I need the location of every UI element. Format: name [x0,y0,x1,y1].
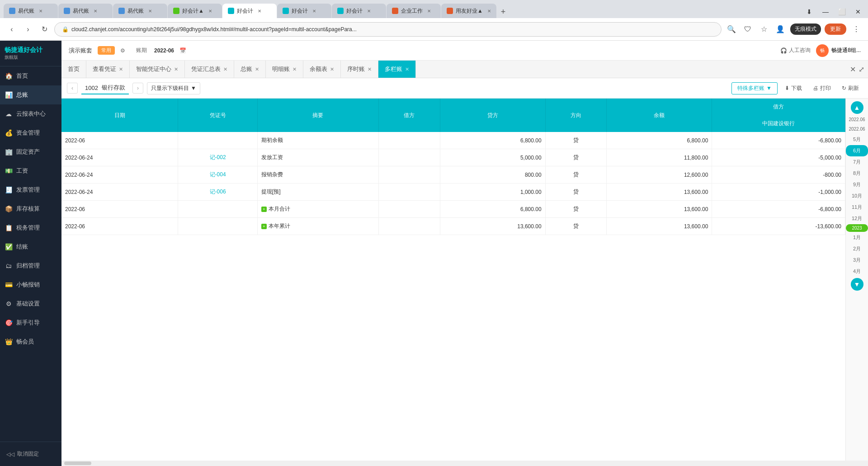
tab-voucher-summary[interactable]: 凭证汇总表 ✕ [185,61,234,78]
tab-close-icon[interactable]: ✕ [312,9,316,14]
cell-voucher[interactable]: 记-006 [178,184,258,201]
url-input[interactable]: 🔒 cloud2.chanjet.com/accounting/uh26t264… [54,22,722,37]
reload-button[interactable]: ↻ [38,23,51,36]
sidebar-item-inventory[interactable]: 📦 库存核算 [0,199,61,218]
back-button[interactable]: ‹ [5,23,18,36]
timeline-2-2023[interactable]: 2月 [846,243,868,254]
tab-close-icon[interactable]: ✕ [119,66,123,72]
demo-badge[interactable]: 常用 [98,46,115,55]
scroll-thumb[interactable] [64,461,91,465]
search-icon[interactable]: 🔍 [725,23,738,36]
print-button[interactable]: 🖨 打印 [809,83,835,94]
tab-close-icon[interactable]: ✕ [39,9,42,14]
tab-youyou[interactable]: 用友好业▲ ✕ [441,4,496,18]
wuhen-button[interactable]: 无痕模式 [790,24,821,35]
tab-close-icon[interactable]: ✕ [292,66,297,72]
tab-haohuiji-2[interactable]: 好会计 ✕ [222,4,277,18]
special-multi-column-button[interactable]: 特殊多栏账 ▼ [731,82,778,94]
sidebar-item-ledger[interactable]: 📊 总账 [0,85,61,104]
sidebar-item-archive[interactable]: 🗂 归档管理 [0,256,61,275]
sidebar-item-salary[interactable]: 💵 工资 [0,161,61,180]
tab-view-voucher[interactable]: 查看凭证 ✕ [86,61,130,78]
minimize-button[interactable]: — [819,5,832,18]
tab-haohuiji-4[interactable]: 好会计 ✕ [332,4,386,18]
tab-close-icon[interactable]: ✕ [174,66,178,72]
tab-yidaizhang-1[interactable]: 易代账 ✕ [4,4,58,18]
timeline-10[interactable]: 10月 [846,190,868,202]
tab-general-ledger[interactable]: 总账 ✕ [234,61,266,78]
sidebar-item-settings[interactable]: ⚙ 基础设置 [0,294,61,313]
tab-close-icon[interactable]: ✕ [255,66,259,72]
tab-close-icon[interactable]: ✕ [405,66,409,72]
tab-close-icon[interactable]: ✕ [94,9,97,14]
timeline-11[interactable]: 11月 [846,202,868,213]
tab-close-icon[interactable]: ✕ [367,9,371,14]
tab-close-icon[interactable]: ✕ [223,66,227,72]
unpin-button[interactable]: ◁◁ 取消固定 [5,447,57,461]
sidebar-item-assets[interactable]: 🏢 固定资产 [0,142,61,161]
sidebar-item-close[interactable]: ✅ 结账 [0,237,61,256]
settings-icon[interactable]: ⚙ [120,47,125,54]
timeline-scroll-down[interactable]: ▼ [851,278,863,291]
sidebar-item-guide[interactable]: 🎯 新手引导 [0,313,61,332]
refresh-button[interactable]: ↻ 刷新 [838,83,863,94]
tab-multi-column[interactable]: 多栏账 ✕ [378,61,416,78]
sidebar-item-invoice[interactable]: 🧾 发票管理 [0,180,61,199]
timeline-9[interactable]: 9月 [846,179,868,190]
sidebar-item-expense[interactable]: 💳 小畅报销 [0,275,61,294]
timeline-scroll-up[interactable]: ▲ [851,101,863,114]
update-button[interactable]: 更新 [825,24,846,35]
tab-close-icon[interactable]: ✕ [330,66,334,72]
expand-panel-icon[interactable]: ⤢ [859,65,864,74]
tab-close-icon[interactable]: ✕ [427,9,431,14]
tab-home[interactable]: 首页 [61,61,86,78]
voucher-link[interactable]: 记-004 [210,171,226,178]
account-selector[interactable]: 1002 银行存款 [81,82,129,94]
timeline-8[interactable]: 8月 [846,168,868,179]
tab-detail-ledger[interactable]: 明细账 ✕ [266,61,303,78]
prev-account-button[interactable]: ‹ [67,83,78,94]
tab-close-icon[interactable]: ✕ [148,9,152,14]
profile-icon[interactable]: 👤 [774,23,787,36]
voucher-link[interactable]: 记-002 [210,154,226,160]
tab-haohuiji-1[interactable]: 好会计▲ ✕ [168,4,222,18]
timeline-4-2023[interactable]: 4月 [846,266,868,277]
tab-smart-voucher[interactable]: 智能凭证中心 ✕ [130,61,185,78]
tab-haohuiji-3[interactable]: 好会计 ✕ [277,4,331,18]
tab-chronological[interactable]: 序时账 ✕ [341,61,378,78]
sidebar-item-reports[interactable]: ☁ 云报表中心 [0,104,61,123]
cell-voucher[interactable]: 记-002 [178,149,258,166]
tab-close-icon[interactable]: ✕ [368,66,372,72]
settings-icon[interactable]: ⋮ [850,23,863,36]
close-window-button[interactable]: ✕ [852,5,864,18]
calendar-icon[interactable]: 📅 [179,47,186,54]
help-button[interactable]: 🎧 人工咨询 [780,47,811,54]
star-icon[interactable]: ☆ [758,23,770,36]
next-account-button[interactable]: › [132,83,143,94]
sidebar-item-tax[interactable]: 📋 税务管理 [0,218,61,237]
sidebar-item-home[interactable]: 🏠 首页 [0,66,61,85]
timeline-12[interactable]: 12月 [846,213,868,224]
tab-yidaizhang-2[interactable]: 易代账 ✕ [58,4,113,18]
sidebar-item-funds[interactable]: 💰 资金管理 [0,123,61,142]
new-tab-button[interactable]: + [497,5,509,18]
tab-list-button[interactable]: ⬇ [803,5,816,18]
timeline-5[interactable]: 5月 [846,134,868,145]
tab-close-icon[interactable]: ✕ [208,9,212,14]
collapse-panel-icon[interactable]: ✕ [850,65,856,74]
restore-button[interactable]: ⬜ [835,5,848,18]
sidebar-item-membership[interactable]: 👑 畅会员 [0,332,61,351]
tab-yidaizhang-3[interactable]: 易代账 ✕ [113,4,167,18]
timeline-3-2023[interactable]: 3月 [846,254,868,266]
download-button[interactable]: ⬇ 下载 [781,83,806,94]
shield-icon[interactable]: 🛡 [741,23,754,36]
tab-enterprise[interactable]: 企业工作 ✕ [387,4,441,18]
bottom-scrollbar[interactable] [61,461,868,466]
tab-close-icon[interactable]: ✕ [487,9,491,14]
timeline-1-2023[interactable]: 1月 [846,232,868,243]
timeline-7[interactable]: 7月 [846,156,868,168]
sub-level-filter[interactable]: 只显示下级科目 ▼ [147,82,200,94]
cell-voucher[interactable]: 记-004 [178,166,258,184]
forward-button[interactable]: › [22,23,34,36]
tab-balance[interactable]: 余额表 ✕ [303,61,341,78]
